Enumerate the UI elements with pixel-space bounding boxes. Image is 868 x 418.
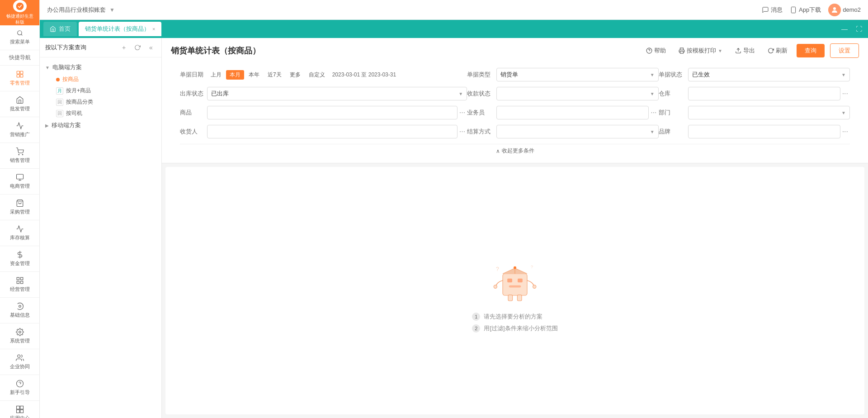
filter-schemes: ▼ 电脑端方案 按商品 月 按月+商品 回 按商品分类 <box>40 57 161 135</box>
receiver-dots[interactable]: ··· <box>458 128 467 136</box>
tabbar-actions: — ⛶ <box>839 24 864 34</box>
date-tab-this-year[interactable]: 本年 <box>245 70 263 80</box>
settlement-label: 结算方式 <box>467 128 496 136</box>
field-salesman: 业务员 ··· <box>467 106 658 119</box>
field-single-type: 单据类型 销货单 ▼ <box>467 68 658 81</box>
topbar-chevron[interactable]: ▼ <box>109 7 115 13</box>
sidebar-item-apps[interactable]: 应用中心 <box>0 401 39 418</box>
industry-label: 办公用品行业模拟账套 <box>47 6 106 14</box>
out-status-label: 出库状态 <box>180 90 207 98</box>
date-tab-last-month[interactable]: 上月 <box>207 70 225 80</box>
sidebar-item-inventory[interactable]: 库存核算 <box>0 220 39 246</box>
tab-minimize-btn[interactable]: — <box>839 24 850 34</box>
salesman-dots[interactable]: ··· <box>649 109 658 117</box>
scheme-item-goods-category[interactable]: 回 按商品分类 <box>40 96 161 108</box>
date-tab-more[interactable]: 更多 <box>286 70 304 80</box>
tab-maximize-btn[interactable]: ⛶ <box>854 24 864 34</box>
user-btn[interactable]: demo2 <box>828 4 861 16</box>
sidebar-item-sales[interactable]: 销售管理 <box>0 143 39 169</box>
scheme-item-driver[interactable]: 回 按司机 <box>40 108 161 119</box>
sidebar-item-enterprise[interactable]: 企业协同 <box>0 349 39 375</box>
single-status-select[interactable]: 已生效 ▼ <box>688 68 850 81</box>
quick-nav[interactable]: 快捷导航 <box>0 50 39 66</box>
date-tab-this-month[interactable]: 本月 <box>226 70 244 80</box>
brand-input[interactable] <box>688 125 840 138</box>
svg-rect-33 <box>507 278 512 282</box>
collapse-panel-btn[interactable]: « <box>146 43 156 52</box>
messages-btn[interactable]: 消息 <box>762 6 783 14</box>
sidebar-item-guide[interactable]: 新手引导 <box>0 375 39 401</box>
settlement-select[interactable]: ▼ <box>496 125 658 138</box>
goods-label: 商品 <box>180 109 207 117</box>
sidebar-item-ecommerce[interactable]: 电商管理 <box>0 169 39 195</box>
sidebar-item-marketing[interactable]: 营销推广 <box>0 117 39 143</box>
export-btn[interactable]: 导出 <box>731 45 759 57</box>
sidebar-item-wholesale[interactable]: 批发管理 <box>0 91 39 117</box>
sidebar-item-wholesale-label: 批发管理 <box>10 105 30 112</box>
app-download-btn[interactable]: App下载 <box>790 6 821 14</box>
sidebar-item-basic[interactable]: 基础信息 <box>0 298 39 323</box>
department-select[interactable]: ▼ <box>688 106 850 119</box>
sidebar-item-retail-label: 零售管理 <box>10 80 30 86</box>
sidebar-item-basic-label: 基础信息 <box>10 312 30 318</box>
sidebar-item-operations[interactable]: 经营管理 <box>0 272 39 298</box>
single-type-select[interactable]: 销货单 ▼ <box>496 68 658 81</box>
refresh-icon-2 <box>768 48 774 54</box>
page-actions: 帮助 按模板打印 ▼ 导出 刷新 <box>642 43 859 58</box>
help-btn[interactable]: 帮助 <box>642 45 670 57</box>
empty-illustration: ? ? <box>488 249 542 304</box>
mobile-scheme-toggle[interactable]: ▶ 移动端方案 <box>40 119 161 132</box>
out-status-select[interactable]: 已出库 ▼ <box>207 87 467 100</box>
receiver-input[interactable] <box>207 125 458 138</box>
goods-dots[interactable]: ··· <box>458 109 467 117</box>
svg-point-0 <box>16 2 24 10</box>
settings-label: 设置 <box>839 47 850 55</box>
settlement-arrow: ▼ <box>650 129 655 134</box>
app-download-label: App下载 <box>799 6 821 14</box>
sidebar-item-guide-label: 新手引导 <box>10 389 30 396</box>
app-logo: 畅捷通好生意 标版 <box>0 0 40 25</box>
print-btn[interactable]: 按模板打印 ▼ <box>675 45 726 57</box>
goods-input[interactable] <box>207 106 458 119</box>
brand-dots[interactable]: ··· <box>840 128 850 136</box>
print-label: 按模板打印 <box>687 47 716 55</box>
export-icon <box>735 48 741 54</box>
page-header-row: 销货单统计表（按商品） 帮助 按模板打印 ▼ <box>171 43 859 58</box>
date-tab-7days[interactable]: 近7天 <box>264 70 285 80</box>
field-out-status: 出库状态 已出库 ▼ <box>180 87 467 100</box>
page-title: 销货单统计表（按商品） <box>171 45 260 56</box>
logo-icon <box>13 0 27 12</box>
add-scheme-btn[interactable]: + <box>119 43 129 52</box>
warehouse-input[interactable] <box>688 87 840 100</box>
refresh-btn[interactable]: 刷新 <box>764 45 791 57</box>
sidebar-item-finance[interactable]: 资金管理 <box>0 246 39 272</box>
payment-status-select[interactable]: ▼ <box>496 87 658 100</box>
pc-scheme-toggle[interactable]: ▼ 电脑端方案 <box>40 61 161 74</box>
settings-btn[interactable]: 设置 <box>830 43 859 58</box>
svg-point-16 <box>19 331 21 333</box>
sidebar-item-system[interactable]: 系统管理 <box>0 323 39 349</box>
scheme-item-month-goods[interactable]: 月 按月+商品 <box>40 85 161 96</box>
main-area: 办公用品行业模拟账套 ▼ 消息 App下载 demo2 <box>40 0 868 418</box>
print-dropdown[interactable]: ▼ <box>718 48 722 53</box>
month-goods-icon: 月 <box>56 87 63 95</box>
search-menu[interactable]: 搜索菜单 <box>0 25 39 50</box>
sidebar-item-retail[interactable]: 零售管理 <box>0 66 39 91</box>
svg-point-1 <box>17 31 21 35</box>
tab-home[interactable]: 首页 <box>43 22 77 36</box>
query-btn[interactable]: 查询 <box>797 44 825 57</box>
salesman-input[interactable] <box>496 106 649 119</box>
payment-status-arrow: ▼ <box>650 91 655 96</box>
collapse-btn[interactable]: ∧ 收起更多条件 <box>180 144 850 157</box>
date-tab-custom[interactable]: 自定义 <box>305 70 329 80</box>
tab-active[interactable]: 销货单统计表（按商品） × <box>79 22 161 36</box>
user-name: demo2 <box>843 6 861 13</box>
tab-close-icon[interactable]: × <box>152 26 155 32</box>
home-icon <box>50 26 56 32</box>
help-icon <box>646 48 652 54</box>
sidebar-item-purchase[interactable]: 采购管理 <box>0 195 39 220</box>
refresh-scheme-btn[interactable] <box>132 43 142 52</box>
scheme-item-goods[interactable]: 按商品 <box>40 74 161 85</box>
svg-rect-35 <box>509 285 521 287</box>
warehouse-dots[interactable]: ··· <box>840 90 850 98</box>
